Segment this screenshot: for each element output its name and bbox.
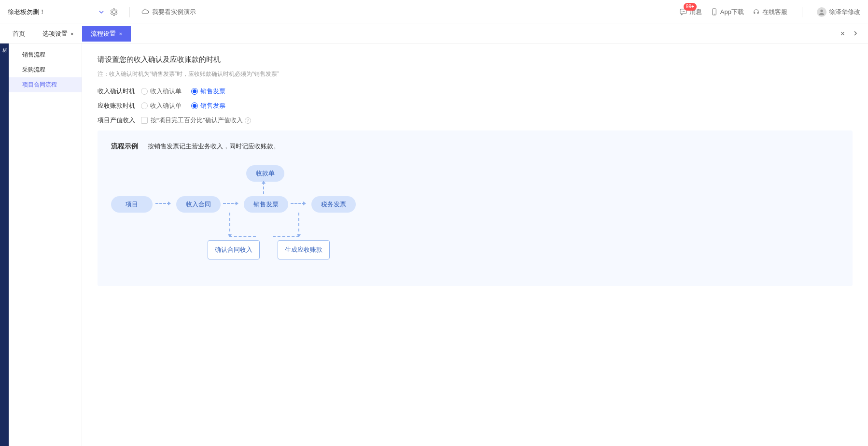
tab-bar: 首页 选项设置 × 流程设置 × ×	[0, 24, 868, 43]
divider	[129, 7, 130, 17]
radio-label: 销售发票	[200, 87, 225, 96]
flow-example-box: 流程示例 按销售发票记主营业务收入，同时记应收账款。 收款单 项目 收入合同 销…	[98, 130, 853, 286]
radio-label: 收入确认单	[150, 101, 182, 110]
flow-node-confirm-income: 确认合同收入	[208, 240, 260, 259]
sidebar-item-label: 销售流程	[22, 51, 45, 58]
row-label: 项目产值收入	[98, 116, 141, 125]
radio-label: 收入确认单	[150, 87, 182, 96]
close-all-icon[interactable]: ×	[837, 28, 849, 40]
arrow-right-icon	[223, 203, 238, 204]
svg-point-2	[683, 11, 684, 12]
project-output-row: 项目产值收入 按“项目完工百分比”确认产值收入 ?	[98, 116, 853, 125]
arrow-branch-left-icon	[229, 213, 256, 237]
topbar-left: 徐老板勿删！ 我要看实例演示	[8, 7, 196, 17]
svg-point-6	[820, 9, 823, 12]
radio-group: 收入确认单 销售发票	[141, 87, 225, 96]
radio-confirm-order[interactable]: 收入确认单	[141, 87, 182, 96]
output-checkbox[interactable]	[141, 117, 148, 124]
left-nav-strip[interactable]: 材	[0, 43, 9, 446]
company-selector[interactable]: 徐老板勿删！	[8, 8, 104, 16]
body: 材 销售流程 采购流程 项目合同流程 请设置您的收入确认及应收账款的时机 注：收…	[0, 43, 868, 446]
gear-icon[interactable]	[110, 8, 118, 16]
flow-node-income-contract: 收入合同	[176, 196, 221, 213]
radio-icon	[141, 88, 148, 95]
radio-label: 销售发票	[200, 101, 225, 110]
app-download-label: App下载	[720, 8, 744, 16]
row-label: 应收账款时机	[98, 101, 141, 110]
receivable-time-row: 应收账款时机 收入确认单 销售发票	[98, 101, 853, 110]
tab-home[interactable]: 首页	[4, 26, 34, 42]
example-header: 流程示例 按销售发票记主营业务收入，同时记应收账款。	[111, 142, 839, 151]
tab-label: 流程设置	[91, 26, 116, 42]
user-menu[interactable]: 徐泽华修改	[817, 7, 860, 17]
sidebar-item-purchase-process[interactable]: 采购流程	[9, 62, 82, 77]
svg-point-5	[714, 14, 715, 14]
top-bar: 徐老板勿删！ 我要看实例演示 99+ 消息 App下载 在线客服 徐泽	[0, 0, 868, 24]
revenue-confirm-row: 收入确认时机 收入确认单 销售发票	[98, 87, 853, 96]
radio-group: 收入确认单 销售发票	[141, 101, 225, 110]
arrow-right-icon	[155, 203, 170, 204]
divider	[802, 7, 802, 17]
tab-label: 首页	[13, 26, 25, 42]
checkbox-label: 按“项目完工百分比”确认产值收入 ?	[151, 116, 251, 125]
tab-process-settings[interactable]: 流程设置 ×	[82, 26, 130, 42]
settings-note: 注：收入确认时机为“销售发票”时，应收账款确认时机必须为“销售发票”	[98, 70, 853, 78]
radio-icon	[191, 102, 198, 109]
chevron-down-icon	[98, 9, 104, 15]
demo-link[interactable]: 我要看实例演示	[141, 8, 196, 16]
sidebar: 销售流程 采购流程 项目合同流程	[9, 43, 82, 446]
sidebar-item-label: 采购流程	[22, 66, 45, 73]
radio-sales-invoice[interactable]: 销售发票	[191, 87, 225, 96]
close-icon[interactable]: ×	[119, 26, 122, 42]
flow-diagram: 收款单 项目 收入合同 销售发票 税务发票 确认合	[111, 165, 381, 267]
company-name: 徐老板勿删！	[8, 8, 45, 16]
arrow-branch-right-icon	[273, 213, 299, 237]
arrow-up-icon	[263, 182, 264, 194]
close-icon[interactable]: ×	[70, 26, 73, 42]
radio-icon	[141, 102, 148, 109]
sidebar-item-label: 项目合同流程	[22, 81, 57, 88]
row-label: 收入确认时机	[98, 87, 141, 96]
messages-button[interactable]: 99+ 消息	[680, 8, 702, 16]
example-title: 流程示例	[111, 142, 138, 151]
svg-point-1	[682, 11, 683, 12]
mobile-icon	[711, 8, 718, 15]
chevron-right-icon	[853, 30, 858, 36]
topbar-right: 99+ 消息 App下载 在线客服 徐泽华修改	[680, 7, 860, 17]
messages-badge: 99+	[684, 3, 697, 11]
tab-label: 选项设置	[42, 26, 68, 42]
radio-icon	[191, 88, 198, 95]
flow-node-gen-receivable: 生成应收账款	[278, 240, 330, 259]
support-label: 在线客服	[762, 8, 787, 16]
headset-icon	[753, 8, 760, 15]
checkbox-text: 按“项目完工百分比”确认产值收入	[151, 116, 243, 125]
example-desc: 按销售发票记主营业务收入，同时记应收账款。	[148, 142, 280, 151]
svg-point-3	[684, 11, 685, 12]
help-icon[interactable]: ?	[245, 117, 251, 124]
radio-sales-invoice[interactable]: 销售发票	[191, 101, 225, 110]
support-button[interactable]: 在线客服	[753, 8, 787, 16]
flow-node-sales-invoice: 销售发票	[244, 196, 288, 213]
flow-node-tax-invoice: 税务发票	[311, 196, 356, 213]
tab-options[interactable]: 选项设置 ×	[34, 26, 82, 42]
sidebar-item-sales-process[interactable]: 销售流程	[9, 47, 82, 62]
settings-title: 请设置您的收入确认及应收账款的时机	[98, 55, 853, 64]
arrow-right-icon	[291, 203, 305, 204]
app-download-button[interactable]: App下载	[711, 8, 744, 16]
demo-text: 我要看实例演示	[152, 8, 196, 16]
radio-confirm-order[interactable]: 收入确认单	[141, 101, 182, 110]
more-tabs-icon[interactable]	[849, 28, 862, 40]
main-content: 请设置您的收入确认及应收账款的时机 注：收入确认时机为“销售发票”时，应收账款确…	[82, 43, 868, 446]
tabbar-right: ×	[837, 28, 868, 40]
avatar-icon	[817, 7, 826, 17]
flow-node-project: 项目	[111, 196, 153, 213]
username: 徐泽华修改	[829, 8, 860, 16]
sidebar-item-project-contract-process[interactable]: 项目合同流程	[9, 77, 82, 92]
cloud-icon	[141, 8, 149, 16]
